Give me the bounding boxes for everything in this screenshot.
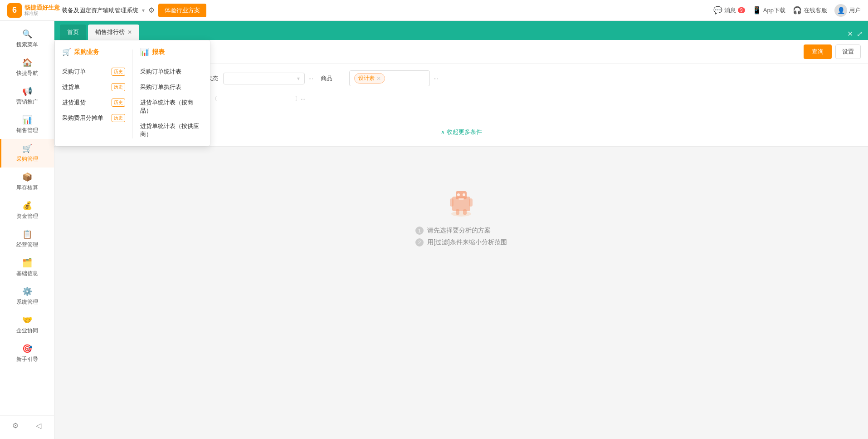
empty-tips: 1 请先选择要分析的方案 2 用[过滤]条件来缩小分析范围 bbox=[415, 227, 507, 247]
sidebar-item-cooperation[interactable]: 🤝 企业协同 bbox=[0, 311, 54, 339]
history-badge-0: 历史 bbox=[112, 68, 125, 76]
filter-goods: 商品 设计素 ✕ ··· bbox=[321, 70, 439, 86]
sidebar-item-guide[interactable]: 🎯 新手引导 bbox=[0, 339, 54, 368]
sidebar-item-search[interactable]: 🔍 搜索菜单 bbox=[0, 25, 54, 53]
sidebar: 🔍 搜索菜单 🏠 快捷导航 📢 营销推广 📊 销售管理 🛒 采购管理 📦 库存核… bbox=[0, 21, 54, 439]
logo-icon: 6 bbox=[7, 3, 22, 18]
user-avatar-icon: 👤 bbox=[837, 7, 845, 14]
system-title: 装备及固定资产辅助管理系统 bbox=[62, 6, 138, 15]
goods-input[interactable]: 设计素 ✕ bbox=[349, 70, 430, 86]
status-more-icon[interactable]: ··· bbox=[308, 75, 313, 82]
query-button[interactable]: 查询 bbox=[804, 44, 832, 59]
tab-home[interactable]: 首页 bbox=[60, 25, 86, 40]
sidebar-item-quick-nav[interactable]: 🏠 快捷导航 bbox=[0, 53, 54, 82]
sidebar-bottom: ⚙ ◁ bbox=[0, 415, 54, 435]
tab-close-all-icon[interactable]: ✕ bbox=[847, 30, 853, 38]
marketing-icon: 📢 bbox=[22, 86, 32, 96]
tab-expand-icon[interactable]: ⤢ bbox=[857, 30, 863, 38]
sidebar-collapse-btn[interactable]: ◁ bbox=[29, 421, 49, 430]
goods-label: 商品 bbox=[321, 74, 346, 83]
svg-rect-9 bbox=[463, 209, 467, 215]
header-right: 💬 消息 9 📱 App下载 🎧 在线客服 👤 用户 bbox=[713, 4, 861, 17]
user-menu[interactable]: 👤 用户 bbox=[834, 4, 861, 17]
nav-dropdown-icon[interactable]: ▾ bbox=[142, 7, 145, 14]
home-icon: 🏠 bbox=[22, 58, 32, 68]
system-icon: ⚙️ bbox=[22, 286, 32, 296]
dropdown-report-4[interactable]: 进货单统计表（按供应商） bbox=[137, 118, 207, 142]
dropdown-report-2[interactable]: 采购订单执行表 bbox=[137, 79, 207, 95]
svg-rect-5 bbox=[458, 198, 464, 200]
tab-close-icon[interactable]: ✕ bbox=[127, 29, 132, 35]
online-service-button[interactable]: 🎧 在线客服 bbox=[793, 6, 827, 15]
operations-icon: 📋 bbox=[22, 229, 32, 239]
sidebar-item-inventory[interactable]: 📦 库存核算 bbox=[0, 168, 54, 196]
empty-state: 1 请先选择要分析的方案 2 用[过滤]条件来缩小分析范围 bbox=[54, 147, 868, 283]
sales-icon: 📊 bbox=[22, 115, 32, 125]
empty-illustration bbox=[443, 183, 479, 219]
svg-point-3 bbox=[457, 193, 460, 196]
history-badge-2: 历史 bbox=[112, 99, 125, 107]
header-nav: 装备及固定资产辅助管理系统 ▾ ⚙ 体验行业方案 bbox=[62, 4, 713, 17]
status-select[interactable]: ▾ bbox=[223, 73, 305, 84]
report-icon: 📊 bbox=[140, 48, 149, 56]
purchase-icon: 🛒 bbox=[22, 143, 32, 153]
sidebar-item-finance[interactable]: 💰 资金管理 bbox=[0, 196, 54, 225]
app-download-button[interactable]: 📱 App下载 bbox=[752, 6, 785, 15]
avatar: 👤 bbox=[834, 4, 847, 17]
dropdown-return[interactable]: 进货退货 历史 bbox=[59, 95, 129, 110]
goods-tag-remove[interactable]: ✕ bbox=[376, 75, 381, 82]
sidebar-item-purchase[interactable]: 🛒 采购管理 bbox=[0, 139, 54, 168]
dropdown-report-1[interactable]: 采购订单统计表 bbox=[137, 64, 207, 79]
report-col: 📊 报表 采购订单统计表 采购订单执行表 进货单统计表（按商品） 进货单统计表（… bbox=[133, 46, 210, 142]
cooperation-icon: 🤝 bbox=[22, 315, 32, 325]
headset-icon: 🎧 bbox=[793, 6, 802, 15]
dropdown-purchase-order[interactable]: 采购订单 历史 bbox=[59, 64, 129, 79]
dropdown-report-3[interactable]: 进货单统计表（按商品） bbox=[137, 95, 207, 118]
sidebar-item-sales[interactable]: 📊 销售管理 bbox=[0, 110, 54, 139]
logo-area: 6 畅捷通好生意 标准版 bbox=[7, 3, 62, 18]
filter-status: 单据状态 ▾ ··· bbox=[195, 73, 313, 84]
salesman-input[interactable] bbox=[215, 96, 297, 101]
inventory-icon: 📦 bbox=[22, 172, 32, 182]
goods-more-icon[interactable]: ··· bbox=[434, 75, 439, 82]
purchase-business-title: 🛒 采购业务 bbox=[59, 46, 129, 61]
sidebar-settings-btn[interactable]: ⚙ bbox=[5, 421, 25, 430]
search-icon: 🔍 bbox=[22, 29, 32, 39]
tab-bar-right: ✕ ⤢ bbox=[847, 30, 863, 40]
phone-icon: 📱 bbox=[752, 6, 761, 15]
collapse-chevron-icon: ∧ bbox=[441, 129, 445, 135]
empty-tip-2: 2 用[过滤]条件来缩小分析范围 bbox=[415, 238, 507, 247]
sidebar-item-marketing[interactable]: 📢 营销推广 bbox=[0, 82, 54, 110]
toolbar-right: 查询 设置 bbox=[804, 44, 861, 59]
svg-rect-7 bbox=[469, 198, 473, 207]
report-title: 📊 报表 bbox=[137, 46, 207, 61]
salesman-more-icon[interactable]: ··· bbox=[301, 95, 306, 102]
tab-bar: 首页 销售排行榜 ✕ ✕ ⤢ bbox=[54, 21, 868, 40]
top-header: 6 畅捷通好生意 标准版 装备及固定资产辅助管理系统 ▾ ⚙ 体验行业方案 💬 … bbox=[0, 0, 868, 21]
settings-button[interactable]: 设置 bbox=[835, 44, 861, 59]
history-badge-1: 历史 bbox=[112, 83, 125, 91]
tab-sales-rank[interactable]: 销售排行榜 ✕ bbox=[88, 25, 139, 40]
message-badge: 9 bbox=[738, 7, 745, 13]
guide-icon: 🎯 bbox=[22, 344, 32, 354]
purchase-business-col: 🛒 采购业务 采购订单 历史 进货单 历史 进货退货 历史 采购费用分摊单 历史 bbox=[55, 46, 132, 142]
message-icon: 💬 bbox=[713, 6, 722, 15]
sidebar-item-basic-info[interactable]: 🗂️ 基础信息 bbox=[0, 253, 54, 282]
goods-tag: 设计素 ✕ bbox=[354, 73, 385, 84]
empty-tip-1: 1 请先选择要分析的方案 bbox=[415, 227, 507, 235]
basic-info-icon: 🗂️ bbox=[22, 258, 32, 268]
settings-icon[interactable]: ⚙ bbox=[148, 6, 155, 15]
svg-rect-8 bbox=[456, 209, 459, 215]
history-badge-3: 历史 bbox=[112, 114, 125, 122]
status-dropdown-icon: ▾ bbox=[297, 75, 300, 82]
svg-point-4 bbox=[463, 193, 465, 196]
finance-icon: 💰 bbox=[22, 201, 32, 211]
message-button[interactable]: 💬 消息 9 bbox=[713, 6, 745, 15]
solution-button[interactable]: 体验行业方案 bbox=[158, 4, 206, 17]
sidebar-item-operations[interactable]: 📋 经营管理 bbox=[0, 225, 54, 253]
dropdown-expense[interactable]: 采购费用分摊单 历史 bbox=[59, 110, 129, 126]
dropdown-incoming[interactable]: 进货单 历史 bbox=[59, 79, 129, 95]
svg-point-0 bbox=[451, 211, 471, 217]
sidebar-item-system[interactable]: ⚙️ 系统管理 bbox=[0, 282, 54, 311]
logo-text: 畅捷通好生意 标准版 bbox=[24, 4, 60, 17]
